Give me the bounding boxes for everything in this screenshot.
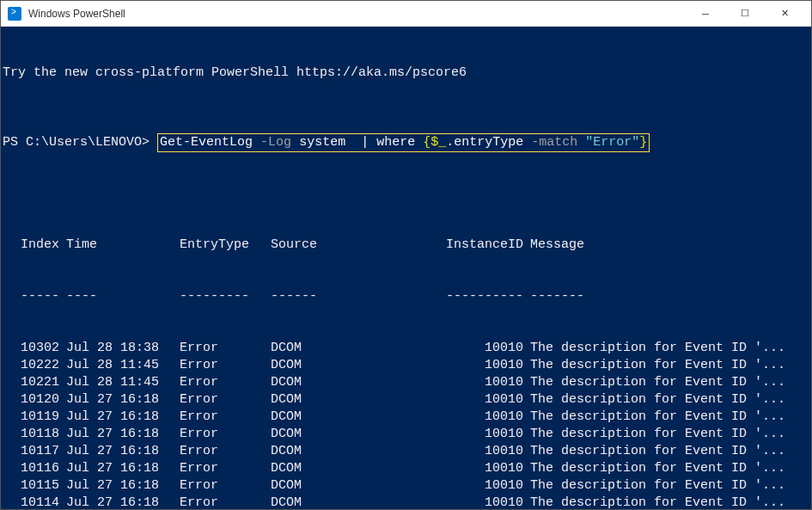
cell-message: The description for Event ID '...	[530, 443, 809, 460]
cell-time: Jul 27 16:18	[66, 409, 180, 426]
cell-source: DCOM	[271, 409, 446, 426]
header-type: EntryType	[180, 237, 271, 254]
close-button[interactable]: ✕	[765, 1, 804, 27]
table-row: 10222Jul 28 11:45ErrorDCOM10010The descr…	[3, 357, 809, 374]
cell-type: Error	[180, 409, 271, 426]
cell-type: Error	[180, 357, 271, 374]
cell-source: DCOM	[271, 495, 446, 509]
cell-time: Jul 28 11:45	[66, 357, 180, 374]
prompt: PS C:\Users\LENOVO>	[3, 135, 150, 150]
cell-type: Error	[180, 495, 271, 509]
cell-instance: 10010	[446, 495, 530, 509]
cell-index: 10302	[3, 340, 66, 357]
cell-instance: 10010	[446, 391, 530, 409]
cell-time: Jul 27 16:18	[66, 426, 180, 443]
cell-instance: 10010	[446, 357, 530, 374]
output-table: IndexTimeEntryTypeSourceInstanceIDMessag…	[3, 202, 809, 509]
cell-message: The description for Event ID '...	[530, 340, 809, 357]
cell-time: Jul 27 16:18	[66, 460, 180, 477]
arg: system	[299, 135, 345, 150]
cell-time: Jul 27 16:18	[66, 495, 180, 509]
cell-time: Jul 28 18:38	[66, 340, 180, 357]
cell-source: DCOM	[271, 374, 446, 391]
brace-close: }	[639, 135, 647, 150]
var: $_	[430, 135, 446, 150]
where: where	[376, 135, 415, 150]
table-row: 10115Jul 27 16:18ErrorDCOM10010The descr…	[3, 477, 809, 495]
cell-source: DCOM	[271, 460, 446, 477]
cell-message: The description for Event ID '...	[530, 391, 809, 409]
cell-index: 10115	[3, 477, 66, 495]
cell-instance: 10010	[446, 477, 530, 495]
table-row: 10221Jul 28 11:45ErrorDCOM10010The descr…	[3, 374, 809, 391]
cell-instance: 10010	[446, 374, 530, 391]
cell-time: Jul 27 16:18	[66, 443, 180, 460]
cell-index: 10222	[3, 357, 66, 374]
prompt-line: PS C:\Users\LENOVO> Get-EventLog -Log sy…	[3, 133, 809, 152]
pipe: |	[361, 135, 369, 150]
table-row: 10116Jul 27 16:18ErrorDCOM10010The descr…	[3, 460, 809, 477]
table-header: IndexTimeEntryTypeSourceInstanceIDMessag…	[3, 237, 809, 254]
cell-time: Jul 27 16:18	[66, 391, 180, 409]
window-controls: ─ ☐ ✕	[686, 1, 804, 27]
cell-type: Error	[180, 374, 271, 391]
cmdlet: Get-EventLog	[160, 135, 253, 150]
command-highlight: Get-EventLog -Log system | where {$_.ent…	[157, 133, 650, 152]
cell-type: Error	[180, 391, 271, 409]
cell-type: Error	[180, 460, 271, 477]
cell-source: DCOM	[271, 426, 446, 443]
cell-source: DCOM	[271, 477, 446, 495]
window-title: Windows PowerShell	[28, 8, 686, 20]
table-dashes: ----------------------------------------…	[3, 288, 809, 305]
cell-time: Jul 28 11:45	[66, 374, 180, 391]
hint-text: Try the new cross-platform PowerShell ht…	[3, 65, 809, 82]
cell-source: DCOM	[271, 443, 446, 460]
table-row: 10117Jul 27 16:18ErrorDCOM10010The descr…	[3, 443, 809, 460]
table-row: 10118Jul 27 16:18ErrorDCOM10010The descr…	[3, 426, 809, 443]
cell-index: 10117	[3, 443, 66, 460]
cell-type: Error	[180, 340, 271, 357]
cell-type: Error	[180, 477, 271, 495]
cell-index: 10118	[3, 426, 66, 443]
table-row: 10302Jul 28 18:38ErrorDCOM10010The descr…	[3, 340, 809, 357]
titlebar[interactable]: Windows PowerShell ─ ☐ ✕	[1, 1, 811, 27]
cell-type: Error	[180, 426, 271, 443]
cell-instance: 10010	[446, 443, 530, 460]
cell-source: DCOM	[271, 357, 446, 374]
param: -Log	[260, 135, 291, 150]
cell-source: DCOM	[271, 391, 446, 409]
cell-index: 10120	[3, 391, 66, 409]
cell-index: 10119	[3, 409, 66, 426]
powershell-icon	[8, 7, 21, 21]
cell-instance: 10010	[446, 409, 530, 426]
maximize-button[interactable]: ☐	[725, 1, 765, 27]
cell-time: Jul 27 16:18	[66, 477, 180, 495]
terminal-area[interactable]: Try the new cross-platform PowerShell ht…	[1, 27, 811, 509]
header-time: Time	[66, 237, 180, 254]
prop: .entryType	[446, 135, 523, 150]
cell-message: The description for Event ID '...	[530, 357, 809, 374]
cell-index: 10116	[3, 460, 66, 477]
header-index: Index	[3, 237, 66, 254]
cell-index: 10114	[3, 495, 66, 509]
table-row: 10114Jul 27 16:18ErrorDCOM10010The descr…	[3, 495, 809, 509]
cell-message: The description for Event ID '...	[530, 495, 809, 509]
cell-index: 10221	[3, 374, 66, 391]
cell-message: The description for Event ID '...	[530, 460, 809, 477]
cell-message: The description for Event ID '...	[530, 426, 809, 443]
op: -match	[531, 135, 577, 150]
cell-message: The description for Event ID '...	[530, 409, 809, 426]
cell-message: The description for Event ID '...	[530, 374, 809, 391]
cell-type: Error	[180, 443, 271, 460]
cell-message: The description for Event ID '...	[530, 477, 809, 495]
brace-open: {	[423, 135, 430, 150]
cell-instance: 10010	[446, 340, 530, 357]
header-message: Message	[530, 237, 809, 254]
minimize-button[interactable]: ─	[686, 1, 725, 27]
table-row: 10119Jul 27 16:18ErrorDCOM10010The descr…	[3, 409, 809, 426]
val: "Error"	[585, 135, 639, 150]
table-row: 10120Jul 27 16:18ErrorDCOM10010The descr…	[3, 391, 809, 409]
cell-source: DCOM	[271, 340, 446, 357]
powershell-window: Windows PowerShell ─ ☐ ✕ Try the new cro…	[0, 0, 812, 510]
header-source: Source	[271, 237, 446, 254]
